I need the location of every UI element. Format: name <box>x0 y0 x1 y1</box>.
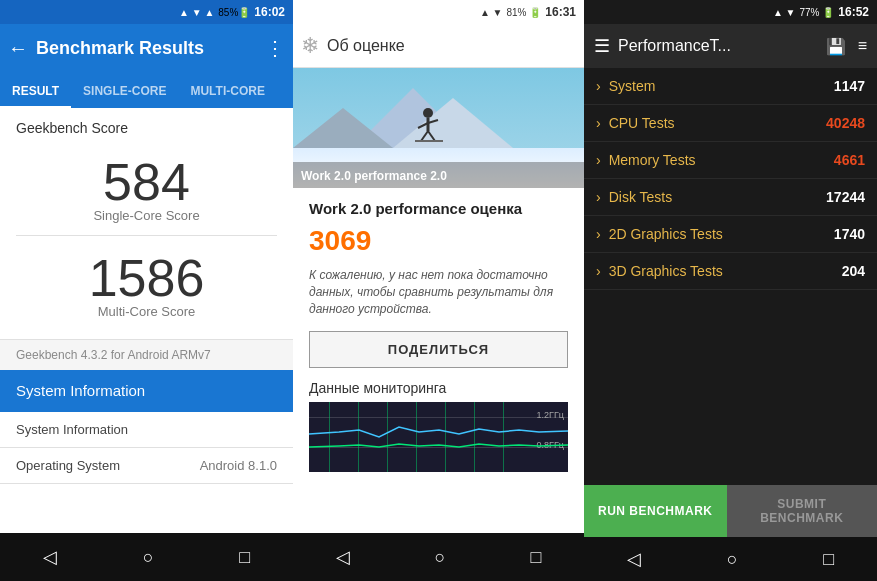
score-section: Geekbench Score 584 Single-Core Score 15… <box>0 108 293 340</box>
hero-overlay: Work 2.0 performance 2.0 <box>293 162 584 188</box>
os-label: Operating System <box>16 458 120 473</box>
work-title: Work 2.0 performance оценка <box>309 200 568 217</box>
test-value-memory: 4661 <box>834 152 865 168</box>
monitor-chart: 1.2ГГц 0.8ГГц <box>309 402 568 472</box>
submit-label: SUBMITBENCHMARK <box>760 497 843 525</box>
toolbar-2: ❄ Об оценке <box>293 24 584 68</box>
test-name-3d: 3D Graphics Tests <box>609 263 842 279</box>
snowflake-icon: ❄ <box>301 33 319 59</box>
submit-benchmark-button[interactable]: SUBMITBENCHMARK <box>727 485 878 537</box>
chart-svg <box>309 402 568 472</box>
run-benchmark-button[interactable]: RUN BENCHMARK <box>584 485 727 537</box>
test-name-cpu: CPU Tests <box>609 115 826 131</box>
test-name-2d: 2D Graphics Tests <box>609 226 834 242</box>
chevron-icon-cpu: › <box>596 115 601 131</box>
back-icon[interactable]: ← <box>8 37 28 60</box>
back-nav-icon[interactable]: ◁ <box>43 546 57 568</box>
work-score: 3069 <box>309 225 568 257</box>
test-value-system: 1147 <box>834 78 865 94</box>
tab-result[interactable]: RESULT <box>0 76 71 108</box>
hero-text: Work 2.0 performance 2.0 <box>301 169 447 183</box>
work-description: К сожалению, у нас нет пока достаточно д… <box>309 267 568 317</box>
os-value: Android 8.1.0 <box>200 458 277 473</box>
back-nav-icon-2[interactable]: ◁ <box>336 546 350 568</box>
test-name-memory: Memory Tests <box>609 152 834 168</box>
single-core-score: 584 <box>0 156 293 208</box>
sys-info-row-label: System Information <box>16 422 128 437</box>
home-nav-icon-2[interactable]: ○ <box>435 547 446 568</box>
recents-nav-icon[interactable]: □ <box>239 547 250 568</box>
nav-bar-2: ◁ ○ □ <box>293 533 584 581</box>
multi-core-label: Multi-Core Score <box>0 304 293 319</box>
hero-image: Work 2.0 performance 2.0 <box>293 68 584 188</box>
panel-geekbench: ▲ ▼ ▲ 85% 🔋 16:02 ← Benchmark Results ⋮ … <box>0 0 293 581</box>
chevron-icon-memory: › <box>596 152 601 168</box>
os-row: Operating System Android 8.1.0 <box>0 448 293 484</box>
app-title-2: Об оценке <box>327 37 405 55</box>
home-nav-icon[interactable]: ○ <box>143 547 154 568</box>
battery-1: 85% 🔋 <box>218 7 250 18</box>
list-icon[interactable]: ≡ <box>858 37 867 56</box>
sys-info-row-1: System Information <box>0 412 293 448</box>
toolbar-3: ☰ PerformanceT... 💾 ≡ <box>584 24 877 68</box>
status-bar-2: ▲ ▼ 81% 🔋 16:31 <box>293 0 584 24</box>
test-row-cpu[interactable]: › CPU Tests 40248 <box>584 105 877 142</box>
nav-bar-1: ◁ ○ □ <box>0 533 293 581</box>
time-3: 16:52 <box>838 5 869 19</box>
status-icons-3: ▲ ▼ <box>773 7 796 18</box>
chevron-icon-3d: › <box>596 263 601 279</box>
app-title-3: PerformanceT... <box>618 37 818 55</box>
test-name-system: System <box>609 78 834 94</box>
test-value-2d: 1740 <box>834 226 865 242</box>
multi-core-score: 1586 <box>0 252 293 304</box>
toolbar-1: ← Benchmark Results ⋮ <box>0 24 293 72</box>
work-content: Work 2.0 performance оценка 3069 К сожал… <box>293 188 584 533</box>
sys-info-label: System Information <box>16 382 145 399</box>
tab-single-core[interactable]: SINGLE-CORE <box>71 76 178 108</box>
chevron-icon-2d: › <box>596 226 601 242</box>
test-row-system[interactable]: › System 1147 <box>584 68 877 105</box>
chevron-icon-system: › <box>596 78 601 94</box>
test-row-3d[interactable]: › 3D Graphics Tests 204 <box>584 253 877 290</box>
tab-multi-core[interactable]: MULTI-CORE <box>178 76 276 108</box>
toolbar-action-icons: 💾 ≡ <box>826 37 867 56</box>
divider-1 <box>16 235 277 236</box>
recents-nav-icon-3[interactable]: □ <box>823 549 834 570</box>
status-icons-1: ▲ ▼ ▲ <box>179 7 214 18</box>
panel-work: ▲ ▼ 81% 🔋 16:31 ❄ Об оценке <box>293 0 584 581</box>
status-icons-2: ▲ ▼ <box>480 7 503 18</box>
more-icon[interactable]: ⋮ <box>265 36 285 60</box>
back-nav-icon-3[interactable]: ◁ <box>627 548 641 570</box>
single-core-label: Single-Core Score <box>0 208 293 223</box>
monitor-label: Данные мониторинга <box>309 380 568 396</box>
panel-performancetest: ▲ ▼ 77% 🔋 16:52 ☰ PerformanceT... 💾 ≡ › … <box>584 0 877 581</box>
status-bar-1: ▲ ▼ ▲ 85% 🔋 16:02 <box>0 0 293 24</box>
tabs-bar-1: RESULT SINGLE-CORE MULTI-CORE <box>0 72 293 108</box>
home-nav-icon-3[interactable]: ○ <box>727 549 738 570</box>
time-1: 16:02 <box>254 5 285 19</box>
battery-2: 81% 🔋 <box>507 7 542 18</box>
system-info-highlighted[interactable]: System Information <box>0 370 293 412</box>
test-row-2d[interactable]: › 2D Graphics Tests 1740 <box>584 216 877 253</box>
share-button[interactable]: ПОДЕЛИТЬСЯ <box>309 331 568 368</box>
svg-point-5 <box>423 108 433 118</box>
app-title-1: Benchmark Results <box>36 38 257 59</box>
test-value-3d: 204 <box>842 263 865 279</box>
status-bar-3: ▲ ▼ 77% 🔋 16:52 <box>584 0 877 24</box>
test-value-disk: 17244 <box>826 189 865 205</box>
save-icon[interactable]: 💾 <box>826 37 846 56</box>
bottom-buttons: RUN BENCHMARK SUBMITBENCHMARK <box>584 485 877 537</box>
test-row-memory[interactable]: › Memory Tests 4661 <box>584 142 877 179</box>
time-2: 16:31 <box>545 5 576 19</box>
battery-3: 77% 🔋 <box>800 7 835 18</box>
test-rows-container: › System 1147 › CPU Tests 40248 › Memory… <box>584 68 877 485</box>
nav-bar-3: ◁ ○ □ <box>584 537 877 581</box>
test-value-cpu: 40248 <box>826 115 865 131</box>
recents-nav-icon-2[interactable]: □ <box>531 547 542 568</box>
score-header: Geekbench Score <box>0 116 293 140</box>
test-row-disk[interactable]: › Disk Tests 17244 <box>584 179 877 216</box>
test-name-disk: Disk Tests <box>609 189 826 205</box>
chevron-icon-disk: › <box>596 189 601 205</box>
menu-icon[interactable]: ☰ <box>594 35 610 57</box>
version-text: Geekbench 4.3.2 for Android ARMv7 <box>0 340 293 370</box>
